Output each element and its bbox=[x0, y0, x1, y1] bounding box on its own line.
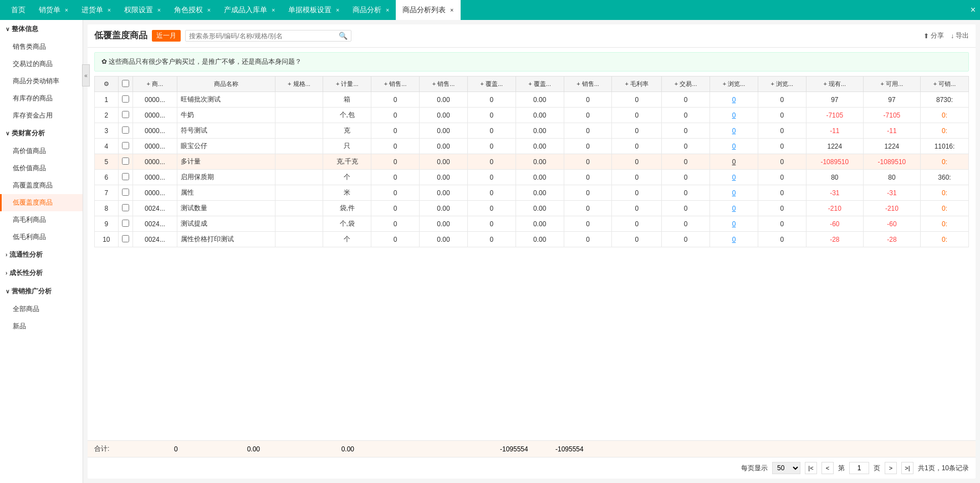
row-checkbox[interactable] bbox=[118, 123, 132, 139]
sidebar-group-growth[interactable]: › 成长性分析 bbox=[0, 264, 83, 282]
nav-role[interactable]: 角色授权 × bbox=[167, 0, 217, 20]
select-all-checkbox[interactable] bbox=[122, 80, 129, 87]
sidebar-item-category-turnover[interactable]: 商品分类动销率 bbox=[0, 73, 83, 90]
row-gross: 0 bbox=[612, 232, 662, 247]
nav-template[interactable]: 单据模板设置 × bbox=[282, 0, 346, 20]
sidebar-item-new-goods[interactable]: 新品 bbox=[0, 318, 83, 335]
sidebar-group-liquidity[interactable]: › 流通性分析 bbox=[0, 246, 83, 264]
row-checkbox[interactable] bbox=[118, 92, 132, 108]
last-page-button[interactable]: >| bbox=[901, 462, 913, 474]
sidebar-group-marketing[interactable]: ∨ 营销推广分析 bbox=[0, 282, 83, 301]
share-button[interactable]: ⬆ 分享 bbox=[923, 31, 944, 40]
nav-close-product-warehouse[interactable]: × bbox=[272, 7, 275, 13]
row-name: 多计量 bbox=[177, 154, 275, 170]
sidebar-collapse-button[interactable]: « bbox=[82, 64, 90, 87]
row-checkbox[interactable] bbox=[118, 154, 132, 170]
row-checkbox[interactable] bbox=[118, 201, 132, 216]
sidebar-item-sales-goods[interactable]: 销售类商品 bbox=[0, 38, 83, 55]
time-filter-button[interactable]: 近一月 bbox=[152, 30, 181, 42]
row-spec bbox=[275, 139, 323, 154]
footer-available: -1095554 bbox=[542, 445, 597, 453]
sidebar-group-label-liquidity: 流通性分析 bbox=[9, 250, 43, 260]
nav-home[interactable]: 首页 bbox=[4, 0, 32, 20]
row-browse1[interactable]: 0 bbox=[710, 232, 758, 247]
nav-close-role[interactable]: × bbox=[207, 7, 211, 13]
row-checkbox[interactable] bbox=[118, 232, 132, 247]
first-page-button[interactable]: |< bbox=[805, 462, 817, 474]
row-sales-qty: 0 bbox=[371, 123, 420, 139]
row-trans: 0 bbox=[662, 185, 710, 201]
row-sales-qty: 0 bbox=[371, 185, 420, 201]
sidebar-item-low-margin[interactable]: 低毛利商品 bbox=[0, 228, 83, 246]
row-no: 9 bbox=[95, 216, 119, 232]
prev-page-button[interactable]: < bbox=[821, 462, 834, 474]
row-saleable: 360: bbox=[921, 170, 969, 185]
sidebar-item-low-value[interactable]: 低价值商品 bbox=[0, 160, 83, 177]
row-checkbox[interactable] bbox=[118, 216, 132, 232]
row-browse2: 0 bbox=[758, 170, 806, 185]
row-browse1[interactable]: 0 bbox=[710, 216, 758, 232]
sidebar-group-label-wealth: 类财富分析 bbox=[12, 129, 45, 138]
nav-product-warehouse[interactable]: 产成品入库单 × bbox=[217, 0, 282, 20]
nav-close-template[interactable]: × bbox=[336, 7, 339, 13]
row-cov1: 0 bbox=[467, 170, 515, 185]
sidebar-item-stock-capital[interactable]: 库存资金占用 bbox=[0, 107, 83, 124]
nav-permission[interactable]: 权限设置 × bbox=[118, 0, 167, 20]
row-checkbox[interactable] bbox=[118, 139, 132, 154]
sidebar-item-all-goods[interactable]: 全部商品 bbox=[0, 301, 83, 318]
nav-analysis[interactable]: 商品分析 × bbox=[346, 0, 396, 20]
row-browse1[interactable]: 0 bbox=[710, 92, 758, 108]
row-checkbox[interactable] bbox=[118, 185, 132, 201]
row-spec bbox=[275, 201, 323, 216]
row-browse1[interactable]: 0 bbox=[710, 108, 758, 123]
col-checkbox-header[interactable] bbox=[118, 77, 132, 92]
row-browse1[interactable]: 0 bbox=[710, 185, 758, 201]
nav-close-analysis-list[interactable]: × bbox=[450, 7, 453, 13]
sidebar-item-low-coverage[interactable]: 低覆盖度商品 bbox=[0, 194, 83, 211]
nav-close-permission[interactable]: × bbox=[157, 7, 161, 13]
col-sales-amt: + 销售... bbox=[420, 77, 468, 92]
next-page-button[interactable]: > bbox=[885, 462, 897, 474]
row-browse2: 0 bbox=[758, 154, 806, 170]
sidebar-group-wealth[interactable]: ∨ 类财富分析 bbox=[0, 124, 83, 143]
row-sales3: 0 bbox=[564, 108, 612, 123]
page-number-input[interactable] bbox=[849, 462, 869, 474]
sidebar-item-in-stock[interactable]: 有库存的商品 bbox=[0, 90, 83, 107]
row-browse1[interactable]: 0 bbox=[710, 123, 758, 139]
search-input[interactable] bbox=[189, 32, 339, 40]
nav-close-purchase[interactable]: × bbox=[108, 7, 111, 13]
sidebar-item-traded-goods[interactable]: 交易过的商品 bbox=[0, 55, 83, 73]
window-close-button[interactable]: × bbox=[971, 5, 976, 15]
row-sales-qty: 0 bbox=[371, 154, 420, 170]
row-browse1[interactable]: 0 bbox=[710, 201, 758, 216]
nav-close-sales[interactable]: × bbox=[65, 7, 68, 13]
row-browse1[interactable]: 0 bbox=[710, 139, 758, 154]
col-settings[interactable]: ⚙ bbox=[95, 77, 119, 92]
row-sales-qty: 0 bbox=[371, 216, 420, 232]
row-available: 97 bbox=[863, 92, 920, 108]
nav-sales[interactable]: 销货单 × bbox=[32, 0, 75, 20]
row-trans: 0 bbox=[662, 170, 710, 185]
sidebar-group-overall[interactable]: ∨ 整体信息 bbox=[0, 20, 83, 38]
nav-purchase[interactable]: 进货单 × bbox=[75, 0, 118, 20]
row-browse2: 0 bbox=[758, 108, 806, 123]
page-size-select[interactable]: 50 100 200 bbox=[772, 462, 800, 474]
row-checkbox[interactable] bbox=[118, 108, 132, 123]
row-checkbox[interactable] bbox=[118, 170, 132, 185]
row-gross: 0 bbox=[612, 123, 662, 139]
sidebar-item-high-margin[interactable]: 高毛利商品 bbox=[0, 211, 83, 228]
row-browse1[interactable]: 0 bbox=[710, 170, 758, 185]
row-cov2: 0.00 bbox=[515, 185, 564, 201]
sidebar-group-arrow-liquidity: › bbox=[6, 252, 7, 258]
row-code: 0000... bbox=[132, 92, 177, 108]
table-row: 7 0000... 属性 米 0 0.00 0 0.00 0 0 0 0 0 -… bbox=[95, 185, 969, 201]
sidebar-item-high-coverage[interactable]: 高覆盖度商品 bbox=[0, 177, 83, 194]
sidebar-item-high-value[interactable]: 高价值商品 bbox=[0, 143, 83, 160]
nav-close-analysis[interactable]: × bbox=[386, 7, 389, 13]
row-cov1: 0 bbox=[467, 232, 515, 247]
export-button[interactable]: ↓ 导出 bbox=[951, 31, 969, 40]
total-label: 共1页，10条记录 bbox=[918, 464, 969, 473]
nav-analysis-list[interactable]: 商品分析列表 × bbox=[396, 0, 460, 20]
row-browse1[interactable]: 0 bbox=[710, 154, 758, 170]
search-icon[interactable]: 🔍 bbox=[339, 32, 348, 40]
